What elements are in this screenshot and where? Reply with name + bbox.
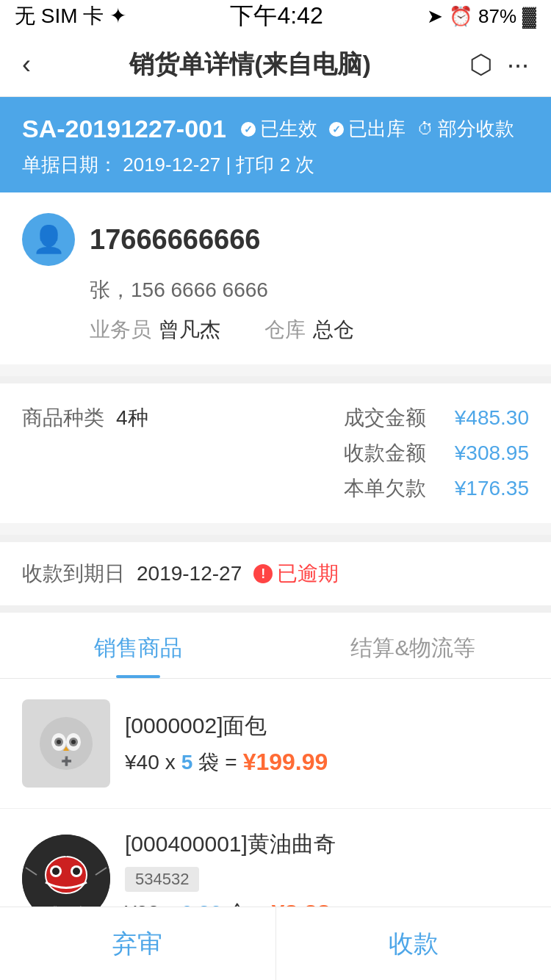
owed-amount-row: 本单欠款 ¥176.35 <box>344 475 529 502</box>
avatar: 👤 <box>22 213 75 266</box>
svg-point-14 <box>52 868 60 875</box>
divider-1 <box>0 376 551 383</box>
product-price-row-1: ¥40 x 5 袋 = ¥199.99 <box>125 749 529 777</box>
effective-label: 已生效 <box>260 116 317 142</box>
svg-point-6 <box>71 740 76 744</box>
status-tag-shipped: 已出库 <box>329 116 406 142</box>
warehouse-value: 总仓 <box>313 316 354 344</box>
tabs-section: 销售商品 结算&物流等 <box>0 613 551 679</box>
alarm-icon: ⏰ <box>449 5 472 28</box>
nav-bar: ‹ 销货单详情(来自电脑) ⬡ ··· <box>0 32 551 97</box>
status-time: 下午4:42 <box>230 0 323 32</box>
product-item: ➕ [0000002]面包 ¥40 x 5 袋 = ¥199.99 <box>0 679 551 809</box>
sim-label: 无 SIM 卡 ✦ <box>15 2 126 30</box>
collect-payment-button[interactable]: 收款 <box>276 907 552 980</box>
stats-section: 商品种类 4种 成交金额 ¥485.30 收款金额 ¥308.95 本单欠款 ¥… <box>0 383 551 523</box>
tab-sales-products-label: 销售商品 <box>94 635 182 660</box>
collected-value: ¥308.95 <box>441 442 529 465</box>
date-value: 2019-12-27 <box>123 154 220 176</box>
product-price-1: ¥40 <box>125 751 159 774</box>
date-label: 单据日期： <box>22 154 118 176</box>
order-id: SA-20191227-001 <box>22 115 226 143</box>
overdue-icon: ! <box>253 564 273 583</box>
order-header-top: SA-20191227-001 已生效 已出库 ⏱ 部分收款 <box>22 115 529 143</box>
category-label: 商品种类 <box>22 404 104 432</box>
share-icon[interactable]: ⬡ <box>469 49 492 80</box>
product-total-1: ¥199.99 <box>243 749 328 776</box>
product-name-1: [0000002]面包 <box>125 711 529 741</box>
overdue-badge: ! 已逾期 <box>253 560 339 588</box>
collected-amount-row: 收款金额 ¥308.95 <box>344 439 529 467</box>
sales-value: 曾凡杰 <box>159 316 220 344</box>
product-tag-2: 534532 <box>125 867 199 892</box>
stats-left: 商品种类 4种 <box>22 404 148 432</box>
status-tag-effective: 已生效 <box>241 116 317 142</box>
due-date-value: 2019-12-27 <box>137 562 242 586</box>
customer-id: 17666666666 <box>90 224 260 256</box>
status-tag-partial: ⏱ 部分收款 <box>417 116 514 142</box>
cancel-audit-button[interactable]: 弃审 <box>0 907 276 980</box>
shipped-check-icon <box>329 122 344 137</box>
location-icon: ➤ <box>427 5 443 28</box>
due-date-section: 收款到期日 2019-12-27 ! 已逾期 <box>0 542 551 613</box>
tab-sales-products[interactable]: 销售商品 <box>0 613 276 678</box>
collected-label: 收款金额 <box>344 439 426 467</box>
sales-label: 业务员 <box>90 316 151 344</box>
due-date-label: 收款到期日 <box>22 560 125 588</box>
customer-detail: 张，156 6666 6666 <box>22 276 529 304</box>
more-icon[interactable]: ··· <box>507 49 529 80</box>
customer-meta: 业务员 曾凡杰 仓库 总仓 <box>22 316 529 344</box>
tab-settlement-label: 结算&物流等 <box>350 635 475 660</box>
deal-amount-label: 成交金额 <box>344 404 426 432</box>
category-value: 4种 <box>116 404 148 432</box>
back-button[interactable]: ‹ <box>22 49 31 80</box>
page-title: 销货单详情(来自电脑) <box>129 48 371 82</box>
overdue-text: 已逾期 <box>277 560 339 588</box>
user-icon: 👤 <box>32 224 65 255</box>
product-multiply-1: x <box>165 751 176 774</box>
status-right: ➤ ⏰ 87% ▓ <box>427 5 536 28</box>
owl-icon: ➕ <box>37 714 96 773</box>
warehouse-meta: 仓库 总仓 <box>264 316 354 344</box>
battery-label: 87% <box>478 5 516 28</box>
product-equals-1: = <box>225 751 237 774</box>
sales-meta: 业务员 曾凡杰 <box>90 316 220 344</box>
product-placeholder-1: ➕ <box>22 699 110 788</box>
nav-actions: ⬡ ··· <box>469 49 529 80</box>
product-qty-1: 5 <box>181 751 193 774</box>
status-bar: 无 SIM 卡 ✦ 下午4:42 ➤ ⏰ 87% ▓ <box>0 0 551 32</box>
order-date: 单据日期： 2019-12-27 | 打印 2 次 <box>22 152 529 178</box>
owed-value: ¥176.35 <box>441 477 529 500</box>
tab-settlement[interactable]: 结算&物流等 <box>276 613 551 678</box>
owed-label: 本单欠款 <box>344 475 426 502</box>
customer-top: 👤 17666666666 <box>22 213 529 266</box>
deal-amount-value: ¥485.30 <box>441 406 529 430</box>
partial-label: 部分收款 <box>438 116 514 142</box>
print-label: | 打印 2 次 <box>226 154 314 176</box>
customer-section: 👤 17666666666 张，156 6666 6666 业务员 曾凡杰 仓库… <box>0 192 551 364</box>
clock-icon: ⏱ <box>417 120 433 139</box>
product-info-1: [0000002]面包 ¥40 x 5 袋 = ¥199.99 <box>125 711 529 777</box>
stats-right: 成交金额 ¥485.30 收款金额 ¥308.95 本单欠款 ¥176.35 <box>344 404 529 502</box>
battery-icon: ▓ <box>522 5 536 28</box>
warehouse-label: 仓库 <box>264 316 306 344</box>
bottom-bar: 弃审 收款 <box>0 907 551 980</box>
divider-2 <box>0 535 551 542</box>
product-thumb-1: ➕ <box>22 699 110 788</box>
status-tags: 已生效 已出库 ⏱ 部分收款 <box>241 116 514 142</box>
svg-point-15 <box>73 868 80 875</box>
order-header: SA-20191227-001 已生效 已出库 ⏱ 部分收款 单据日期： 201… <box>0 97 551 192</box>
product-unit-1: 袋 <box>198 749 219 777</box>
deal-amount-row: 成交金额 ¥485.30 <box>344 404 529 432</box>
svg-text:➕: ➕ <box>61 755 72 766</box>
shipped-label: 已出库 <box>348 116 406 142</box>
product-name-2: [000400001]黄油曲奇 <box>125 829 529 860</box>
svg-point-5 <box>57 740 61 744</box>
status-left: 无 SIM 卡 ✦ <box>15 2 126 30</box>
effective-check-icon <box>241 122 256 137</box>
